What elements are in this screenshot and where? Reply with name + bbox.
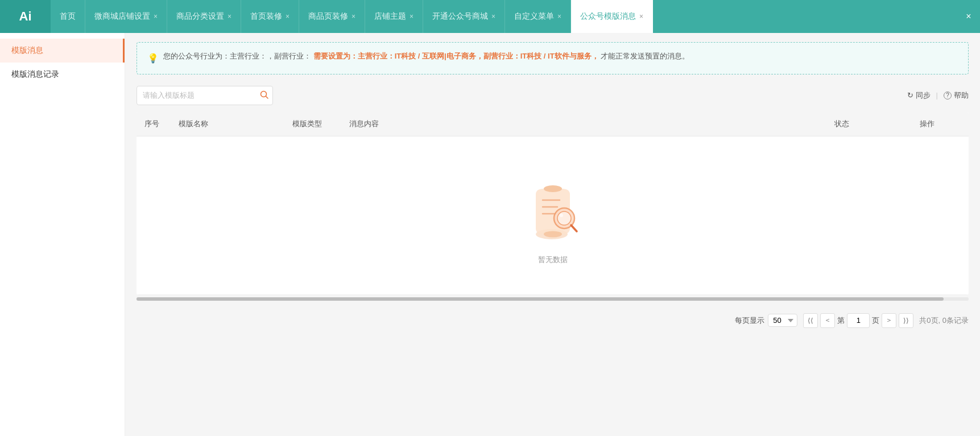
close-tab-category[interactable]: × <box>228 13 231 20</box>
prev-page-button[interactable]: ＜ <box>820 313 835 328</box>
page-size-select: 每页显示 10 20 50 100 <box>735 314 797 327</box>
nav-tab-template-msg[interactable]: 公众号模版消息 × <box>571 0 653 33</box>
svg-point-8 <box>557 211 571 225</box>
close-all-button[interactable]: × <box>957 0 980 33</box>
search-button[interactable] <box>260 90 268 101</box>
help-button[interactable]: ? 帮助 <box>944 90 969 101</box>
nav-tab-home[interactable]: 首页 <box>51 0 85 33</box>
notice-highlight: 需要设置为：主营行业：IT科技 / 互联网|电子商务，副营行业：IT科技 / I… <box>313 52 599 60</box>
sidebar-item-template-msg[interactable]: 模版消息 <box>0 39 125 63</box>
nav-tab-open-shop[interactable]: 开通公众号商城 × <box>423 0 505 33</box>
empty-state: 暂无数据 <box>144 143 961 288</box>
svg-line-1 <box>266 96 268 98</box>
help-icon: ? <box>944 92 952 99</box>
nav-tabs: 首页 微商城店铺设置 × 商品分类设置 × 首页装修 × 商品页装修 × 店铺主… <box>51 0 957 33</box>
close-tab-open-shop[interactable]: × <box>491 13 495 20</box>
next-page-button[interactable]: ＞ <box>882 313 896 328</box>
sync-button[interactable]: ↻ 同步 <box>907 90 931 101</box>
col-header-status: 状态 <box>826 112 912 136</box>
top-nav: Ai 首页 微商城店铺设置 × 商品分类设置 × 首页装修 × 商品页装修 × … <box>0 0 980 33</box>
close-tab-shop-settings[interactable]: × <box>154 13 158 20</box>
close-tab-theme[interactable]: × <box>410 13 413 20</box>
nav-tab-shop-settings[interactable]: 微商城店铺设置 × <box>85 0 167 33</box>
data-table: 序号 模版名称 模版类型 消息内容 状态 操作 <box>137 112 969 295</box>
main-layout: 模版消息 模版消息记录 💡 您的公众号行业为：主营行业：，副营行业： 需要设置为… <box>0 33 980 436</box>
col-header-content: 消息内容 <box>341 112 826 136</box>
page-summary: 共0页, 0条记录 <box>919 315 969 326</box>
empty-illustration <box>519 177 587 246</box>
scroll-track[interactable] <box>137 297 969 301</box>
first-page-button[interactable]: ⟨⟨ <box>803 313 818 328</box>
sidebar: 模版消息 模版消息记录 <box>0 33 125 436</box>
search-bar: ↻ 同步 | ? 帮助 <box>137 86 969 105</box>
col-header-type: 模版类型 <box>284 112 341 136</box>
col-header-name: 模版名称 <box>171 112 284 136</box>
notice-icon: 💡 <box>147 51 159 66</box>
sidebar-item-template-msg-record[interactable]: 模版消息记录 <box>0 63 125 86</box>
pagination: 每页显示 10 20 50 100 ⟨⟨ ＜ 第 1 页 ＞ ⟩⟩ 共0页, 0… <box>137 305 969 330</box>
last-page-button[interactable]: ⟩⟩ <box>899 313 913 328</box>
notice-text: 您的公众号行业为：主营行业：，副营行业： 需要设置为：主营行业：IT科技 / 互… <box>163 51 689 63</box>
col-header-index: 序号 <box>137 112 171 136</box>
empty-text: 暂无数据 <box>538 255 568 265</box>
search-input-wrap <box>137 86 273 105</box>
col-header-action: 操作 <box>912 112 969 136</box>
close-tab-custom-menu[interactable]: × <box>557 13 561 20</box>
nav-tab-product-decor[interactable]: 商品页装修 × <box>299 0 365 33</box>
close-tab-product-decor[interactable]: × <box>352 13 355 20</box>
svg-point-11 <box>544 231 562 237</box>
page-nav: ⟨⟨ ＜ 第 1 页 ＞ ⟩⟩ <box>803 313 913 328</box>
close-tab-home-decor[interactable]: × <box>286 13 290 20</box>
content-area: 💡 您的公众号行业为：主营行业：，副营行业： 需要设置为：主营行业：IT科技 /… <box>125 33 980 436</box>
svg-point-10 <box>560 214 563 217</box>
close-tab-template-msg[interactable]: × <box>639 13 643 20</box>
nav-tab-theme[interactable]: 店铺主题 × <box>365 0 423 33</box>
nav-tab-custom-menu[interactable]: 自定义菜单 × <box>505 0 571 33</box>
nav-tab-category[interactable]: 商品分类设置 × <box>167 0 241 33</box>
page-size-dropdown[interactable]: 10 20 50 100 <box>768 314 797 327</box>
notice-banner: 💡 您的公众号行业为：主营行业：，副营行业： 需要设置为：主营行业：IT科技 /… <box>137 42 969 74</box>
nav-tab-home-decor[interactable]: 首页装修 × <box>241 0 299 33</box>
svg-line-9 <box>571 225 577 231</box>
scroll-thumb <box>137 297 944 301</box>
page-number-input[interactable]: 1 <box>847 313 870 328</box>
svg-point-3 <box>544 185 562 192</box>
search-input[interactable] <box>137 86 273 105</box>
app-logo: Ai <box>0 0 51 33</box>
sync-icon: ↻ <box>907 91 913 99</box>
toolbar-right: ↻ 同步 | ? 帮助 <box>907 90 969 101</box>
toolbar-divider: | <box>936 91 938 99</box>
empty-state-cell: 暂无数据 <box>137 136 969 294</box>
